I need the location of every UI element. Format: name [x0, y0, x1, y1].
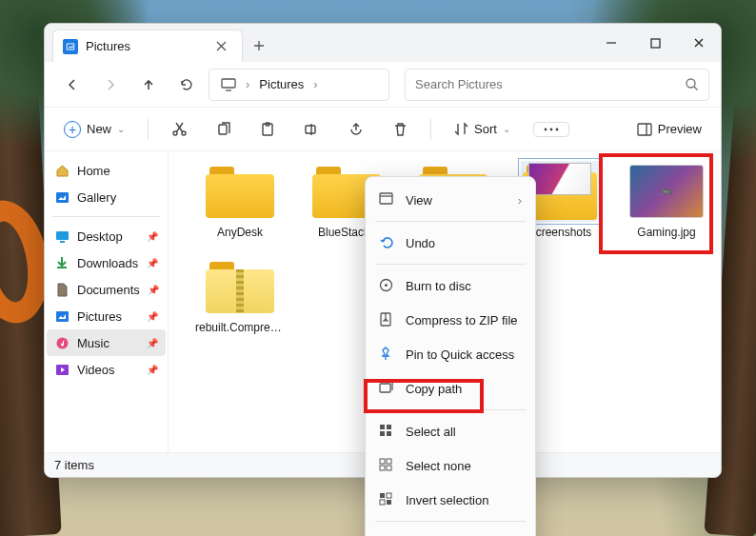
ctx-select-none[interactable]: Select none	[366, 448, 535, 483]
svg-point-20	[385, 284, 388, 287]
paste-button[interactable]	[254, 118, 281, 141]
new-button[interactable]: + New ⌄	[58, 117, 130, 142]
breadcrumb[interactable]: › Pictures ›	[209, 69, 389, 101]
ctx-label: Compress to ZIP file	[406, 313, 518, 328]
folder-icon	[201, 161, 279, 222]
tab-close-button[interactable]	[209, 35, 232, 58]
pin-icon: 📌	[147, 338, 158, 348]
zip-folder-icon	[201, 256, 279, 317]
menu-separator	[375, 264, 526, 265]
ctx-pin[interactable]: Pin to Quick access	[366, 337, 535, 371]
search-icon	[685, 77, 699, 91]
sidebar-item-videos[interactable]: Videos 📌	[47, 356, 166, 383]
ctx-properties[interactable]: Properties	[366, 526, 535, 536]
svg-rect-25	[380, 431, 385, 436]
menu-separator	[375, 221, 526, 222]
share-button[interactable]	[343, 118, 370, 141]
sidebar-item-label: Videos	[77, 363, 115, 377]
svg-rect-32	[387, 493, 391, 498]
svg-rect-22	[380, 384, 390, 392]
sidebar-item-documents[interactable]: Documents 📌	[47, 276, 166, 303]
this-pc-icon[interactable]	[215, 74, 242, 95]
image-item[interactable]: 🎮 Gaming.jpg	[622, 161, 711, 239]
crumb-pictures[interactable]: Pictures	[253, 73, 309, 95]
sidebar-item-home[interactable]: Home	[47, 157, 166, 184]
up-button[interactable]	[132, 69, 165, 101]
view-icon	[379, 192, 394, 208]
svg-rect-13	[56, 192, 69, 203]
copy-button[interactable]	[210, 118, 237, 141]
command-bar: + New ⌄ Sort ⌄ Preview	[45, 108, 721, 151]
ctx-label: Pin to Quick access	[406, 347, 514, 362]
sidebar-divider	[52, 216, 160, 217]
ctx-label: Copy path	[406, 382, 462, 396]
svg-rect-5	[219, 125, 227, 134]
sidebar-item-label: Downloads	[77, 256, 138, 270]
svg-point-2	[686, 79, 695, 88]
sidebar-item-music[interactable]: Music 📌	[47, 329, 166, 356]
search-box[interactable]	[405, 69, 709, 101]
svg-rect-0	[651, 39, 660, 48]
svg-point-4	[182, 131, 186, 135]
gallery-icon	[54, 189, 70, 205]
new-tab-button[interactable]	[243, 30, 275, 62]
search-input[interactable]	[415, 77, 685, 91]
titlebar: Pictures	[45, 24, 721, 62]
sort-button[interactable]: Sort ⌄	[448, 118, 516, 140]
separator	[148, 119, 149, 140]
svg-rect-24	[387, 425, 391, 429]
ctx-copy-path[interactable]: Copy path	[366, 371, 535, 406]
svg-rect-28	[387, 459, 391, 464]
sidebar-item-downloads[interactable]: Downloads 📌	[47, 249, 166, 276]
ctx-label: Burn to disc	[406, 279, 471, 293]
ctx-undo[interactable]: Undo	[366, 226, 535, 260]
svg-rect-18	[380, 193, 392, 204]
ctx-label: Select none	[406, 459, 471, 473]
zip-item[interactable]: rebuilt.Compressed	[195, 256, 285, 334]
svg-point-9	[544, 128, 547, 130]
svg-rect-1	[222, 79, 235, 88]
svg-point-16	[56, 337, 68, 348]
svg-rect-8	[306, 126, 315, 133]
close-button[interactable]	[677, 24, 721, 62]
preview-pane-button[interactable]: Preview	[631, 118, 707, 140]
rename-button[interactable]	[298, 118, 326, 141]
menu-separator	[375, 409, 526, 410]
sidebar-item-label: Music	[77, 336, 109, 350]
forward-button[interactable]	[94, 69, 127, 101]
svg-rect-12	[638, 124, 651, 135]
sidebar-item-pictures[interactable]: Pictures 📌	[47, 303, 166, 329]
delete-button[interactable]	[388, 118, 413, 141]
chevron-right-icon: ›	[518, 193, 522, 208]
more-button[interactable]	[533, 122, 569, 137]
item-label: rebuilt.Compressed	[195, 321, 285, 334]
ctx-burn[interactable]: Burn to disc	[366, 268, 535, 303]
sidebar-item-label: Documents	[77, 283, 140, 297]
maximize-button[interactable]	[633, 24, 677, 62]
sidebar-item-gallery[interactable]: Gallery	[47, 184, 166, 210]
tab-pictures[interactable]: Pictures	[52, 30, 243, 62]
pin-icon: 📌	[147, 311, 158, 322]
cut-button[interactable]	[166, 117, 193, 141]
back-button[interactable]	[56, 69, 89, 101]
ctx-compress[interactable]: Compress to ZIP file	[366, 303, 535, 337]
zip-icon	[379, 312, 394, 328]
select-all-icon	[379, 424, 394, 439]
pin-icon	[379, 347, 394, 362]
svg-rect-15	[56, 311, 69, 322]
minimize-button[interactable]	[589, 24, 633, 62]
sidebar-item-desktop[interactable]: Desktop 📌	[47, 223, 166, 249]
ctx-view[interactable]: View ›	[366, 183, 535, 217]
ctx-label: Undo	[406, 236, 435, 250]
status-item-count: 7 items	[54, 458, 94, 472]
pin-icon: 📌	[148, 285, 159, 295]
ctx-select-all[interactable]: Select all	[366, 414, 535, 448]
sort-label: Sort	[474, 122, 497, 136]
refresh-button[interactable]	[170, 69, 203, 101]
sidebar-item-label: Desktop	[77, 229, 123, 244]
svg-point-10	[549, 128, 552, 130]
ctx-invert-selection[interactable]: Invert selection	[366, 483, 535, 517]
context-menu: View › Undo Burn to disc Compress to ZIP…	[365, 176, 536, 536]
folder-item[interactable]: AnyDesk	[195, 161, 285, 239]
documents-icon	[54, 282, 70, 297]
